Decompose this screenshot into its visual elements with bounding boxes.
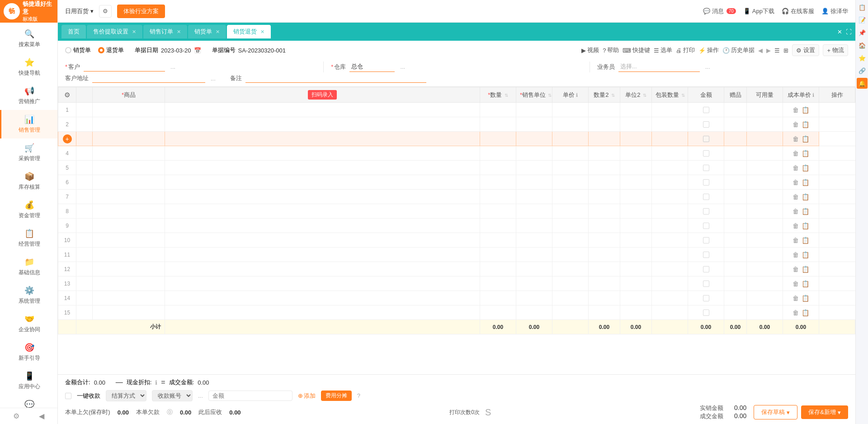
right-sidebar-btn-4[interactable]: 🏠	[857, 40, 868, 51]
row-1-copy-btn[interactable]: 📋	[802, 106, 809, 114]
unit2-sort-icon[interactable]: ⇅	[643, 93, 646, 98]
address-dots[interactable]: ...	[211, 75, 216, 82]
tab-sales-return-close[interactable]: ✕	[260, 29, 264, 35]
row-11-copy[interactable]: 📋	[802, 251, 809, 258]
row-1-gift-checkbox[interactable]	[703, 107, 709, 113]
history-prev-btn[interactable]: ◀	[758, 47, 763, 54]
help-btn[interactable]: ? 帮助	[603, 46, 619, 54]
row-2-product[interactable]	[76, 117, 93, 132]
grid-view-btn[interactable]: ⊞	[783, 47, 788, 54]
sidebar-item-sales[interactable]: 📊 销售管理	[0, 110, 57, 138]
row-11-delete[interactable]: 🗑	[793, 251, 799, 258]
save-draft-button[interactable]: 保存草稿 ▾	[754, 405, 797, 419]
row-10-gift[interactable]	[703, 237, 709, 243]
list-view-btn[interactable]: ☰	[774, 47, 780, 54]
row-15-copy[interactable]: 📋	[802, 309, 809, 316]
sidebar-item-guide[interactable]: 🎯 新手引导	[0, 338, 57, 367]
sidebar-item-system[interactable]: ⚙️ 系统管理	[0, 281, 57, 310]
account-select[interactable]: 收款账号	[152, 390, 193, 401]
save-new-button[interactable]: 保存&新增 ▾	[801, 405, 848, 419]
row-10-copy[interactable]: 📋	[802, 237, 809, 244]
user-btn[interactable]: 👤 徐泽华	[821, 7, 848, 15]
fee-split-btn[interactable]: 费用分摊	[321, 391, 352, 401]
select-order-btn[interactable]: ☰ 选单	[654, 46, 672, 54]
row-2-gift-checkbox[interactable]	[703, 121, 709, 128]
row-2-copy-btn[interactable]: 📋	[802, 121, 809, 128]
fee-help-icon[interactable]: ?	[357, 392, 360, 399]
doc-num-value[interactable]: SA-20230320-001	[238, 47, 286, 54]
radio-return[interactable]: 退货单	[98, 46, 124, 54]
row-13-gift[interactable]	[703, 281, 709, 287]
row-15-gift[interactable]	[703, 310, 709, 316]
add-logistics-btn[interactable]: + 物流	[823, 44, 848, 56]
sidebar-item-finance[interactable]: 💰 资金管理	[0, 195, 57, 224]
row-1-delete-btn[interactable]: 🗑	[793, 106, 799, 114]
row-7-copy[interactable]: 📋	[802, 193, 809, 200]
customer-dots[interactable]: ...	[170, 63, 175, 70]
tab-home[interactable]: 首页	[61, 25, 86, 38]
row-4-delete[interactable]: 🗑	[793, 150, 799, 157]
sidebar-item-operations[interactable]: 📋 经营管理	[0, 224, 57, 252]
right-sidebar-btn-1[interactable]: 📋	[857, 2, 868, 13]
add-row-cell[interactable]: +	[58, 132, 76, 146]
tab-sales-order-close[interactable]: ✕	[177, 29, 181, 35]
qty2-sort-icon[interactable]: ⇅	[611, 93, 615, 98]
customer-input[interactable]	[84, 62, 165, 71]
payment-method-select[interactable]: 结算方式	[106, 390, 146, 401]
sidebar-collapse-btn[interactable]: ◀	[39, 412, 44, 420]
tab-close-all-btn[interactable]: ✕	[837, 29, 842, 35]
price-info-icon[interactable]: ℹ	[576, 92, 578, 98]
category-select[interactable]: 日用百货 ▾	[65, 7, 94, 15]
save-draft-chevron[interactable]: ▾	[787, 409, 790, 416]
sidebar-item-basic-info[interactable]: 📁 基础信息	[0, 252, 57, 281]
row-14-copy[interactable]: 📋	[802, 295, 809, 302]
row-13-delete[interactable]: 🗑	[793, 280, 799, 287]
save-new-chevron[interactable]: ▾	[838, 409, 841, 416]
row-4-copy[interactable]: 📋	[802, 150, 809, 157]
row-5-gift[interactable]	[703, 165, 709, 171]
row-3-copy-btn[interactable]: 📋	[802, 135, 809, 143]
date-value[interactable]: 2023-03-20	[161, 47, 191, 54]
service-btn[interactable]: 🎧 在线客服	[782, 7, 814, 15]
sidebar-item-search[interactable]: 🔍 搜索菜单	[0, 24, 57, 53]
row-5-copy[interactable]: 📋	[802, 164, 809, 172]
salesperson-dots[interactable]: ...	[705, 63, 710, 70]
right-sidebar-btn-3[interactable]: 📌	[857, 27, 868, 38]
table-settings-icon[interactable]: ⚙	[64, 91, 70, 99]
form-setting-btn[interactable]: ⚙ 设置	[792, 44, 819, 56]
row-8-gift[interactable]	[703, 208, 709, 214]
row-12-copy[interactable]: 📋	[802, 266, 809, 273]
row-6-copy[interactable]: 📋	[802, 179, 809, 186]
header-settings-btn[interactable]: ⚙	[99, 5, 112, 18]
row-9-copy[interactable]: 📋	[802, 222, 809, 229]
add-payment-btn[interactable]: ⊕ 添加	[298, 392, 316, 400]
shortcut-btn[interactable]: ⌨ 快捷键	[623, 46, 650, 54]
right-sidebar-btn-6[interactable]: 🔗	[857, 65, 868, 76]
scan-btn[interactable]: 扫码录入	[308, 90, 337, 100]
right-sidebar-btn-5[interactable]: ⭐	[857, 52, 868, 63]
row-13-copy[interactable]: 📋	[802, 280, 809, 287]
add-row-btn[interactable]: +	[63, 134, 72, 143]
radio-sales[interactable]: 销货单	[65, 46, 91, 54]
sidebar-item-quick-nav[interactable]: ⭐ 快捷导航	[0, 53, 57, 81]
row-15-delete[interactable]: 🗑	[793, 309, 799, 316]
col-header-scan[interactable]: 扫码录入	[165, 87, 480, 103]
row-7-delete[interactable]: 🗑	[793, 193, 799, 200]
app-download-btn[interactable]: 📱 App下载	[743, 7, 774, 15]
sidebar-item-marketing[interactable]: 📢 营销推广	[0, 81, 57, 110]
amount-input[interactable]	[208, 391, 292, 401]
operate-btn[interactable]: ⚡ 操作	[698, 46, 719, 54]
history-next-btn[interactable]: ▶	[766, 47, 771, 54]
row-6-delete[interactable]: 🗑	[793, 179, 799, 186]
address-input[interactable]	[92, 74, 205, 83]
row-3-product-input[interactable]	[80, 135, 89, 142]
calendar-icon[interactable]: 📅	[194, 47, 201, 54]
message-btn[interactable]: 💬 消息 70	[703, 7, 736, 15]
row-1-product[interactable]	[76, 103, 93, 117]
qty-sort-icon[interactable]: ⇅	[505, 93, 508, 98]
payment-checkbox[interactable]	[65, 393, 71, 399]
row-11-gift[interactable]	[703, 252, 709, 258]
tab-price-settings[interactable]: 售价提取设置 ✕	[87, 25, 142, 38]
sidebar-item-enterprise[interactable]: 🤝 企业协同	[0, 310, 57, 338]
row-6-gift[interactable]	[703, 179, 709, 186]
